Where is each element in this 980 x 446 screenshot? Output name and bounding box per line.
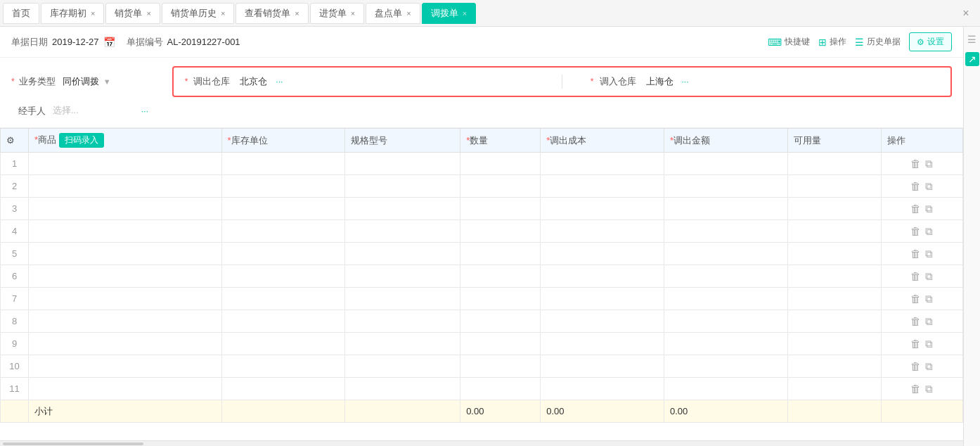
cell-available-1[interactable]	[787, 153, 881, 175]
cell-available-6[interactable]	[787, 265, 881, 288]
cell-unit-4[interactable]	[221, 220, 345, 243]
cell-cost-4[interactable]	[541, 220, 664, 243]
delete-icon-7[interactable]: 🗑	[910, 293, 921, 305]
cell-cost-10[interactable]	[541, 355, 664, 378]
copy-icon-1[interactable]: ⧉	[925, 158, 933, 170]
tab-view-sales[interactable]: 查看销货单 ×	[236, 3, 308, 24]
tab-inventory-check-close[interactable]: ×	[406, 9, 411, 18]
tab-transfer-order[interactable]: 调拨单 ×	[422, 3, 476, 24]
calendar-icon[interactable]: 📅	[103, 37, 115, 48]
delete-icon-2[interactable]: 🗑	[910, 180, 921, 192]
delete-icon-1[interactable]: 🗑	[910, 158, 921, 170]
cell-product-10[interactable]	[29, 355, 222, 378]
tab-sales-history[interactable]: 销货单历史 ×	[162, 3, 234, 24]
shortcuts-action[interactable]: ⌨ 快捷键	[768, 36, 810, 48]
cell-spec-4[interactable]	[345, 220, 460, 243]
tab-home[interactable]: 首页	[3, 3, 39, 24]
cell-qty-3[interactable]	[460, 198, 541, 220]
cell-cost-1[interactable]	[541, 153, 664, 175]
scroll-thumb[interactable]	[3, 442, 143, 445]
handler-more-button[interactable]: ···	[138, 106, 151, 116]
cell-unit-7[interactable]	[221, 288, 345, 310]
tab-inventory-check[interactable]: 盘点单 ×	[366, 3, 420, 24]
cell-qty-8[interactable]	[460, 310, 541, 333]
cell-spec-6[interactable]	[345, 265, 460, 288]
tab-view-sales-close[interactable]: ×	[295, 9, 299, 18]
delete-icon-5[interactable]: 🗑	[910, 248, 921, 260]
transfer-in-more-button[interactable]: ···	[679, 77, 692, 87]
copy-icon-5[interactable]: ⧉	[925, 248, 933, 260]
cell-amount-7[interactable]	[664, 288, 787, 310]
cell-unit-6[interactable]	[221, 265, 345, 288]
cell-unit-8[interactable]	[221, 310, 345, 333]
transfer-in-value[interactable]: 上海仓	[646, 75, 673, 88]
cell-product-9[interactable]	[29, 333, 222, 355]
tab-sales-order-close[interactable]: ×	[146, 9, 150, 18]
handler-input[interactable]: 选择...	[50, 103, 134, 119]
cell-amount-1[interactable]	[664, 153, 787, 175]
delete-icon-10[interactable]: 🗑	[910, 360, 921, 372]
cell-qty-5[interactable]	[460, 243, 541, 265]
copy-icon-6[interactable]: ⧉	[925, 270, 933, 283]
cell-qty-6[interactable]	[460, 265, 541, 288]
cell-amount-8[interactable]	[664, 310, 787, 333]
cell-spec-3[interactable]	[345, 198, 460, 220]
copy-icon-10[interactable]: ⧉	[925, 360, 933, 373]
cell-spec-5[interactable]	[345, 243, 460, 265]
cell-available-2[interactable]	[787, 175, 881, 198]
delete-icon[interactable]: 🗑	[910, 383, 921, 395]
cell-cost-6[interactable]	[541, 265, 664, 288]
history-action[interactable]: ☰ 历史单据	[855, 36, 901, 48]
cell-product-5[interactable]	[29, 243, 222, 265]
cell-available-7[interactable]	[787, 288, 881, 310]
cell-available-5[interactable]	[787, 243, 881, 265]
cell-cost-2[interactable]	[541, 175, 664, 198]
delete-icon-8[interactable]: 🗑	[910, 315, 921, 327]
cell-amount-2[interactable]	[664, 175, 787, 198]
cell-spec-10[interactable]	[345, 355, 460, 378]
cell-product-1[interactable]	[29, 153, 222, 175]
copy-icon-4[interactable]: ⧉	[925, 225, 933, 238]
tab-sales-history-close[interactable]: ×	[221, 9, 225, 18]
cell-qty-1[interactable]	[460, 153, 541, 175]
scan-button[interactable]: 扫码录入	[59, 133, 104, 148]
cell-spec-2[interactable]	[345, 175, 460, 198]
cell-available-10[interactable]	[787, 355, 881, 378]
delete-icon-6[interactable]: 🗑	[910, 270, 921, 282]
cell-unit-3[interactable]	[221, 198, 345, 220]
window-close-button[interactable]: ×	[955, 2, 977, 25]
tab-purchase-order[interactable]: 进货单 ×	[310, 3, 364, 24]
cell-qty-7[interactable]	[460, 288, 541, 310]
tab-transfer-order-close[interactable]: ×	[463, 9, 467, 18]
delete-icon-3[interactable]: 🗑	[910, 203, 921, 215]
cell-spec-8[interactable]	[345, 310, 460, 333]
cell-amount-4[interactable]	[664, 220, 787, 243]
cell-product-7[interactable]	[29, 288, 222, 310]
cell-cost-5[interactable]	[541, 243, 664, 265]
cell-amount-6[interactable]	[664, 265, 787, 288]
cell-spec-7[interactable]	[345, 288, 460, 310]
copy-icon-9[interactable]: ⧉	[925, 338, 933, 350]
col-header-gear[interactable]: ⚙	[1, 129, 29, 153]
operations-action[interactable]: ⊞ 操作	[818, 36, 846, 48]
transfer-out-more-button[interactable]: ···	[273, 77, 285, 87]
cell-spec-9[interactable]	[345, 333, 460, 355]
cell-available-4[interactable]	[787, 220, 881, 243]
cell-available-9[interactable]	[787, 333, 881, 355]
cell-product-8[interactable]	[29, 310, 222, 333]
cell-product-3[interactable]	[29, 198, 222, 220]
delete-icon-4[interactable]: 🗑	[910, 225, 921, 237]
tab-inventory-init[interactable]: 库存期初 ×	[41, 3, 104, 24]
copy-icon-7[interactable]: ⧉	[925, 293, 933, 305]
date-value[interactable]: 2019-12-27	[52, 37, 99, 47]
cell-product-6[interactable]	[29, 265, 222, 288]
sidebar-export-icon[interactable]: ↗	[965, 52, 979, 66]
cell-unit-10[interactable]	[221, 355, 345, 378]
cell-unit-1[interactable]	[221, 153, 345, 175]
delete-icon-9[interactable]: 🗑	[910, 338, 921, 350]
tab-purchase-order-close[interactable]: ×	[351, 9, 355, 18]
cell-unit-9[interactable]	[221, 333, 345, 355]
cell-qty-9[interactable]	[460, 333, 541, 355]
cell-amount-5[interactable]	[664, 243, 787, 265]
settings-button[interactable]: ⚙ 设置	[909, 32, 952, 51]
